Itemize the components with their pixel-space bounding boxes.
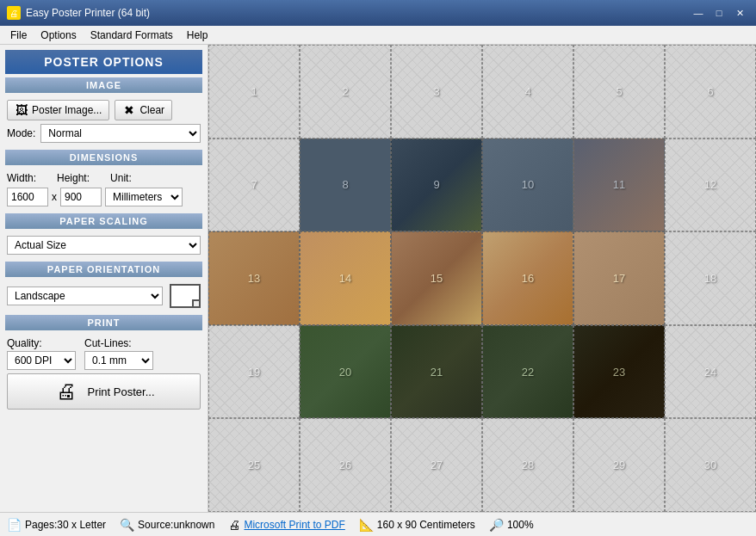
menu-options[interactable]: Options xyxy=(34,26,83,44)
grid-cell-11: 11 xyxy=(573,139,665,232)
grid-cell-21: 21 xyxy=(391,325,482,419)
grid-cell-20: 20 xyxy=(300,325,391,419)
zoom-icon: 🔎 xyxy=(489,518,504,532)
menu-file[interactable]: File xyxy=(3,26,34,44)
grid-cell-4: 4 xyxy=(482,45,573,139)
poster-image-label: Poster Image... xyxy=(32,104,102,116)
menu-help[interactable]: Help xyxy=(180,26,215,44)
grid-cell-29: 29 xyxy=(573,418,665,512)
grid-cell-30: 30 xyxy=(665,418,756,512)
app-icon: 🖨 xyxy=(7,6,21,20)
unit-label: Unit: xyxy=(110,172,132,184)
dimensions-section-content: Width: Height: Unit: x Millimeters Centi… xyxy=(5,169,202,210)
quality-label: Quality: xyxy=(7,337,76,349)
mode-label: Mode: xyxy=(7,127,35,139)
grid-cell-27: 27 xyxy=(391,418,482,512)
title-bar-title: Easy Poster Printer (64 bit) xyxy=(26,7,150,19)
maximize-button[interactable]: □ xyxy=(710,3,728,22)
status-dimensions: 📐 160 x 90 Centimeters xyxy=(359,518,475,532)
quality-row: Quality: 600 DPI 300 DPI 1200 DPI Cut-Li… xyxy=(7,337,201,370)
grid-cell-9: 9 xyxy=(391,139,482,232)
paper-orientation-header: PAPER ORIENTATION xyxy=(5,262,202,277)
paper-scaling-content: Actual Size Fit to Page Custom xyxy=(5,232,202,258)
unit-select[interactable]: Millimeters Centimeters Inches xyxy=(105,188,183,206)
grid-cell-6: 6 xyxy=(665,45,756,139)
cutlines-group: Cut-Lines: 0.1 mm None 0.5 mm 1.0 mm xyxy=(84,337,153,370)
grid-cell-13: 13 xyxy=(208,231,300,325)
cutlines-select[interactable]: 0.1 mm None 0.5 mm 1.0 mm xyxy=(84,351,153,370)
pages-icon: 📄 xyxy=(7,518,22,532)
image-section-content: 🖼 Poster Image... ✖ Clear Mode: Normal T… xyxy=(5,96,202,146)
print-poster-label: Print Poster... xyxy=(87,385,154,398)
grid-cell-3: 3 xyxy=(391,45,482,139)
clear-label: Clear xyxy=(139,104,164,116)
grid-cell-28: 28 xyxy=(482,418,573,512)
paper-scaling-header: PAPER SCALING xyxy=(5,213,202,229)
menu-bar: File Options Standard Formats Help xyxy=(0,26,756,45)
quality-select[interactable]: 600 DPI 300 DPI 1200 DPI xyxy=(7,351,76,370)
grid-cell-12: 12 xyxy=(665,139,756,232)
status-zoom: 🔎 100% xyxy=(489,518,534,532)
menu-standard-formats[interactable]: Standard Formats xyxy=(84,26,180,44)
grid-cell-2: 2 xyxy=(300,45,391,139)
status-printer-text[interactable]: Microsoft Print to PDF xyxy=(244,519,344,531)
grid-cell-7: 7 xyxy=(208,139,300,232)
print-icon: 🖨 xyxy=(53,379,80,404)
source-icon: 🔍 xyxy=(120,518,134,532)
print-section-header: PRINT xyxy=(5,315,202,330)
minimize-button[interactable]: — xyxy=(689,3,708,22)
title-bar-controls: — □ ✕ xyxy=(689,3,749,22)
width-label: Width: xyxy=(7,172,36,184)
mode-row: Mode: Normal Tile Stretch xyxy=(7,124,201,143)
grid-cell-23: 23 xyxy=(573,325,665,419)
status-printer: 🖨 Microsoft Print to PDF xyxy=(228,518,344,532)
printer-icon: 🖨 xyxy=(228,518,240,532)
image-icon: 🖼 xyxy=(15,103,28,117)
print-section-content: Quality: 600 DPI 300 DPI 1200 DPI Cut-Li… xyxy=(5,334,202,413)
status-pages-text: Pages:30 x Letter xyxy=(25,519,106,531)
title-bar: 🖨 Easy Poster Printer (64 bit) — □ ✕ xyxy=(0,0,756,26)
grid-cell-14: 14 xyxy=(300,231,391,325)
grid-cell-19: 19 xyxy=(208,325,300,419)
page-corner xyxy=(192,299,199,306)
cross-symbol: x xyxy=(52,191,57,203)
width-input[interactable] xyxy=(7,188,48,206)
dimensions-section-header: DIMENSIONS xyxy=(5,150,202,165)
poster-grid: 1 2 3 4 5 6 7 8 9 10 11 12 13 14 15 16 1… xyxy=(208,45,756,512)
grid-cell-8: 8 xyxy=(300,139,391,232)
orientation-select[interactable]: Landscape Portrait xyxy=(7,286,163,305)
paper-scaling-select[interactable]: Actual Size Fit to Page Custom xyxy=(7,236,201,255)
status-zoom-text: 100% xyxy=(507,519,534,531)
image-buttons-row: 🖼 Poster Image... ✖ Clear xyxy=(7,100,201,120)
grid-cell-26: 26 xyxy=(300,418,391,512)
poster-image-button[interactable]: 🖼 Poster Image... xyxy=(7,100,109,120)
grid-cell-18: 18 xyxy=(665,231,756,325)
status-source: 🔍 Source:unknown xyxy=(120,518,214,532)
dimensions-icon: 📐 xyxy=(359,518,374,532)
dimensions-inputs-row: x Millimeters Centimeters Inches xyxy=(7,188,201,206)
close-button[interactable]: ✕ xyxy=(730,3,749,22)
cutlines-label: Cut-Lines: xyxy=(84,337,153,349)
grid-cell-17: 17 xyxy=(573,231,665,325)
quality-group: Quality: 600 DPI 300 DPI 1200 DPI xyxy=(7,337,76,370)
grid-cell-16: 16 xyxy=(482,231,573,325)
height-input[interactable] xyxy=(60,188,102,206)
image-section-header: IMAGE xyxy=(5,77,202,93)
status-dimensions-text: 160 x 90 Centimeters xyxy=(377,519,475,531)
print-poster-button[interactable]: 🖨 Print Poster... xyxy=(7,373,201,410)
poster-options-title: POSTER OPTIONS xyxy=(5,50,202,74)
grid-cell-10: 10 xyxy=(482,139,573,232)
grid-cell-1: 1 xyxy=(208,45,300,139)
mode-select[interactable]: Normal Tile Stretch xyxy=(40,124,201,143)
poster-area: 1 2 3 4 5 6 7 8 9 10 11 12 13 14 15 16 1… xyxy=(208,45,756,512)
dimensions-labels-row: Width: Height: Unit: xyxy=(7,172,201,184)
grid-cell-22: 22 xyxy=(482,325,573,419)
title-bar-left: 🖨 Easy Poster Printer (64 bit) xyxy=(7,6,150,20)
main-layout: POSTER OPTIONS IMAGE 🖼 Poster Image... ✖… xyxy=(0,45,756,512)
page-orientation-preview xyxy=(170,284,201,308)
clear-button[interactable]: ✖ Clear xyxy=(115,100,172,120)
clear-icon: ✖ xyxy=(122,103,136,117)
grid-cell-25: 25 xyxy=(208,418,300,512)
status-pages: 📄 Pages:30 x Letter xyxy=(7,518,106,532)
grid-cell-24: 24 xyxy=(665,325,756,419)
